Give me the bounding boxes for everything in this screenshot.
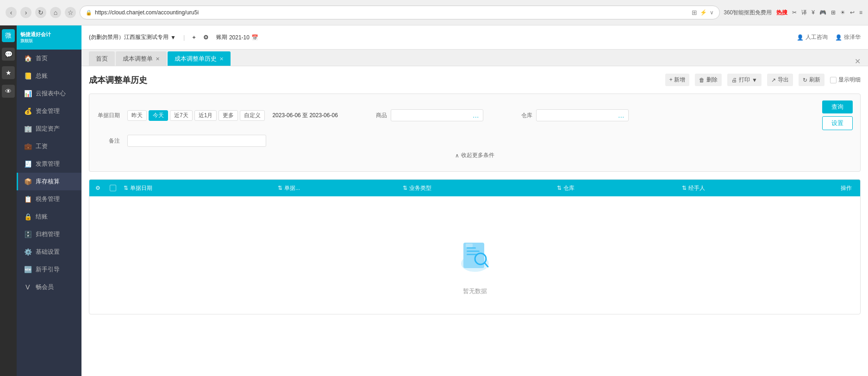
export-icon: ↗ [771, 77, 776, 83]
collapse-btn[interactable]: ∧ 收起更多条件 [455, 151, 494, 159]
page-title: 成本调整单历史 [89, 75, 147, 86]
col-number-sort-icon: ⇅ [278, 185, 282, 191]
delete-btn-label: 删除 [706, 76, 718, 84]
col-date-sort-icon: ⇅ [124, 185, 128, 191]
home-icon: 🏠 [24, 55, 32, 62]
payroll-icon: 💼 [24, 143, 32, 150]
browser-right-icons: 360智能抠图免费用 热搜 ✂ 译 ¥ 🎮 ⊞ ☀ ↩ ≡ [724, 9, 862, 17]
sidebar-item-settings[interactable]: ⚙️ 基础设置 [17, 243, 81, 261]
filter-settings-btn[interactable]: 设置 [822, 116, 853, 130]
remark-filter-label: 备注 [97, 137, 120, 145]
col-warehouse[interactable]: ⇅ 仓库 [553, 184, 678, 192]
sidebar-label-assets: 固定资产 [36, 125, 60, 133]
refresh-icon: ↻ [803, 77, 807, 83]
home-button[interactable]: ⌂ [50, 7, 61, 18]
icon-bar-msg[interactable]: 💬 [2, 48, 15, 61]
tab-cost-adjust[interactable]: 成本调整单 ✕ [116, 51, 167, 66]
sidebar-item-payroll[interactable]: 💼 工资 [17, 138, 81, 155]
query-btn[interactable]: 查询 [822, 100, 853, 113]
sidebar-item-member[interactable]: Ⅴ 畅会员 [17, 278, 81, 296]
date-btn-custom[interactable]: 自定义 [240, 110, 265, 121]
address-bar[interactable]: 🔒 https://cloud.chanjet.com/accounting/u… [80, 6, 720, 19]
sidebar-item-invoice[interactable]: 🧾 发票管理 [17, 155, 81, 173]
sidebar-item-closing[interactable]: 🔒 结账 [17, 208, 81, 226]
calendar-icon[interactable]: 📅 [251, 34, 258, 41]
table-gear-btn[interactable]: ⚙ [89, 185, 106, 191]
warehouse-more-icon[interactable]: … [618, 112, 624, 119]
tax-icon: 📋 [24, 195, 32, 203]
tab-cost-adjust-history-close[interactable]: ✕ [219, 56, 224, 62]
collapse-row: ∧ 收起更多条件 [97, 151, 853, 159]
ledger-icon: 📒 [24, 72, 32, 80]
menu-icon: ≡ [859, 9, 862, 16]
user-service-btn[interactable]: 👤 人工咨询 [797, 33, 828, 41]
closing-icon: 🔒 [24, 213, 32, 220]
warehouse-filter-group: 仓库 … [509, 109, 629, 121]
goods-more-icon[interactable]: … [473, 112, 479, 119]
goods-select[interactable]: … [391, 109, 483, 121]
col-date[interactable]: ⇅ 单据日期 [120, 184, 274, 192]
archive-icon: 🗄️ [24, 231, 32, 238]
tab-cost-adjust-close[interactable]: ✕ [156, 56, 160, 62]
sidebar-item-archive[interactable]: 🗄️ 归档管理 [17, 226, 81, 243]
sidebar-label-settings: 基础设置 [36, 248, 60, 256]
user-profile-btn[interactable]: 👤 徐泽华 [835, 33, 861, 41]
warehouse-select[interactable]: … [536, 109, 629, 121]
back-button[interactable]: ‹ [6, 7, 17, 18]
export-btn[interactable]: ↗ 导出 [767, 74, 793, 86]
tab-cost-adjust-history[interactable]: 成本调整单历史 ✕ [168, 51, 231, 66]
sidebar-item-finance[interactable]: 💰 资金管理 [17, 102, 81, 120]
delete-btn[interactable]: 🗑 删除 [695, 74, 722, 86]
refresh-btn-label: 刷新 [809, 76, 820, 84]
date-btn-more[interactable]: 更多 [219, 110, 238, 121]
select-all-checkbox[interactable] [110, 185, 116, 191]
app-wrapper: 微 💬 ★ 👁 畅捷通好会计 旗舰版 🏠 首页 📒 总账 📊 云报表中心 [0, 25, 868, 376]
brightness-icon: ☀ [840, 9, 845, 16]
tab-cost-adjust-history-label: 成本调整单历史 [175, 55, 217, 63]
refresh-btn[interactable]: ↻ 刷新 [799, 74, 824, 86]
add-company-btn[interactable]: + [192, 34, 196, 41]
sidebar-item-tax[interactable]: 📋 税务管理 [17, 190, 81, 208]
sidebar-label-finance: 资金管理 [36, 107, 60, 115]
new-btn[interactable]: + 新增 [665, 74, 689, 86]
company-dropdown-icon: ▼ [170, 34, 176, 41]
icon-bar-star[interactable]: ★ [2, 66, 15, 79]
sidebar-item-ledger[interactable]: 📒 总账 [17, 67, 81, 85]
icon-bar-weibo[interactable]: 微 [2, 29, 15, 42]
col-handler[interactable]: ⇅ 经手人 [678, 184, 832, 192]
bookmark-button[interactable]: ☆ [65, 7, 76, 18]
export-btn-label: 导出 [778, 76, 789, 84]
gear-icon: ⚙ [95, 185, 100, 191]
sidebar-label-guide: 新手引导 [36, 265, 60, 274]
company-selector[interactable]: (勿删勿禁用）江西服宝测试专用 ▼ [89, 33, 176, 41]
col-biz-type[interactable]: ⇅ 业务类型 [399, 184, 553, 192]
icon-bar-eye[interactable]: 👁 [2, 85, 15, 98]
forward-button[interactable]: › [20, 7, 31, 18]
sidebar-item-inventory[interactable]: 📦 库存核算 [17, 173, 81, 190]
page-header: 成本调整单历史 + 新增 🗑 删除 🖨 打印 ▼ ↗ [89, 74, 861, 86]
tab-home[interactable]: 首页 [89, 51, 115, 66]
show-cols-label-text: 显示明细 [838, 76, 861, 84]
sidebar-item-guide[interactable]: 🆕 新手引导 [17, 261, 81, 278]
collapse-btn-label: 收起更多条件 [461, 151, 494, 159]
tab-home-label: 首页 [96, 55, 108, 63]
tab-bar-close-icon[interactable]: ✕ [855, 57, 861, 66]
sidebar-item-home[interactable]: 🏠 首页 [17, 50, 81, 67]
col-number[interactable]: ⇅ 单据... [274, 184, 399, 192]
date-btn-yesterday[interactable]: 昨天 [127, 110, 147, 121]
refresh-button[interactable]: ↻ [35, 7, 46, 18]
show-cols-checkbox[interactable] [830, 77, 837, 83]
table-select-all[interactable] [106, 185, 120, 191]
scissors-icon: ✂ [792, 9, 797, 16]
show-cols-toggle[interactable]: 显示明细 [830, 76, 861, 84]
date-btn-today[interactable]: 今天 [149, 110, 168, 121]
sidebar-item-assets[interactable]: 🏢 固定资产 [17, 120, 81, 138]
date-btn-1month[interactable]: 近1月 [194, 110, 217, 121]
print-btn[interactable]: 🖨 打印 ▼ [727, 74, 762, 86]
sidebar-item-reports[interactable]: 📊 云报表中心 [17, 85, 81, 102]
settings-gear-icon[interactable]: ⚙ [203, 34, 209, 41]
date-btn-7days[interactable]: 近7天 [170, 110, 193, 121]
remark-input[interactable] [127, 135, 266, 147]
collapse-chevron-icon: ∧ [455, 152, 459, 159]
date-range-value: 2023-06-06 至 2023-06-06 [272, 112, 337, 119]
